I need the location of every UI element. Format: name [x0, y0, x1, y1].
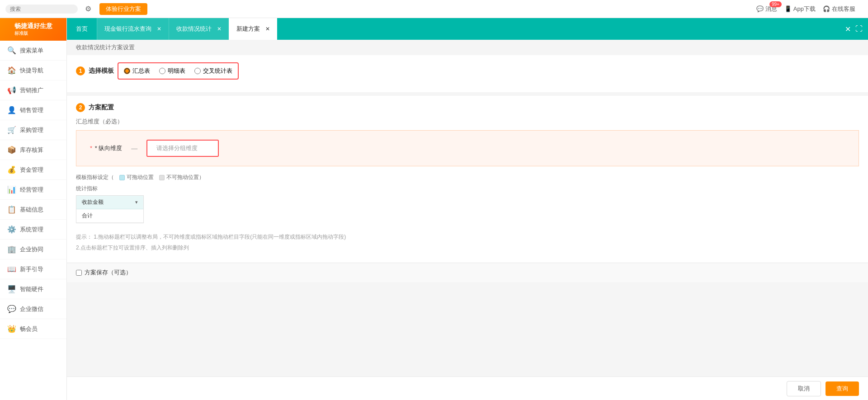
tab-close-icon[interactable]: ✕	[845, 25, 851, 33]
dimension-selector[interactable]: 请选择分组维度	[146, 140, 219, 157]
bottom-section: 方案保存（可选）	[67, 263, 868, 282]
search-menu-icon: 🔍	[7, 46, 16, 55]
sidebar-item-enterprise[interactable]: 🏢 企业协同	[0, 240, 66, 259]
gear-icon[interactable]: ⚙	[85, 5, 91, 13]
trial-button[interactable]: 体验行业方案	[99, 3, 147, 15]
inventory-icon: 📦	[7, 146, 16, 154]
tab-collection[interactable]: 收款情况统计 ✕	[169, 18, 229, 40]
tab-collection-close[interactable]: ✕	[217, 26, 222, 32]
tab-cashbank-close[interactable]: ✕	[157, 26, 161, 32]
download-button[interactable]: 📱 App下载	[784, 5, 816, 13]
tab-newplan[interactable]: 新建方案 ✕	[229, 18, 277, 40]
query-button[interactable]: 查询	[826, 381, 859, 396]
sidebar-item-hardware[interactable]: 🖥️ 智能硬件	[0, 279, 66, 299]
purchase-icon: 🛒	[7, 126, 16, 134]
metrics-header: 收款金额 ▾	[76, 196, 143, 209]
step2-title: 方案配置	[89, 104, 114, 112]
sidebar-item-member[interactable]: 👑 畅会员	[0, 319, 66, 339]
tab-maximize-icon[interactable]: ⛶	[855, 25, 863, 33]
step2-section: 2 方案配置 汇总维度（必选） * * 纵向维度 — 请选择分组维度	[67, 96, 868, 263]
template-radio-group: 汇总表 明细表 交叉统计表	[118, 62, 239, 80]
metrics-section: 模板指标设定（ 可拖动位置 不可拖动位置） 统计指标 收款	[76, 174, 859, 223]
tab-cashbank[interactable]: 现金银行流水查询 ✕	[97, 18, 169, 40]
footer-bar: 取消 查询	[67, 376, 868, 400]
sidebar-item-search[interactable]: 🔍 搜索菜单	[0, 41, 66, 61]
step1-label: 1 选择模板 汇总表 明细表 交叉统计表	[76, 62, 859, 80]
metrics-cell-total: 合计	[76, 209, 143, 223]
basic-icon: 📋	[7, 205, 16, 214]
finance-icon: 💰	[7, 165, 16, 174]
dimension-area: * * 纵向维度 — 请选择分组维度	[76, 130, 859, 166]
tab-bar-actions: ✕ ⛶	[845, 25, 868, 33]
sidebar-item-marketing[interactable]: 📢 营销推广	[0, 80, 66, 100]
member-icon: 👑	[7, 325, 16, 333]
sidebar-item-inventory[interactable]: 📦 库存核算	[0, 140, 66, 160]
sales-icon: 👤	[7, 106, 16, 114]
required-star: *	[90, 145, 92, 151]
download-icon: 📱	[784, 5, 792, 12]
radio-mingxi-input[interactable]	[159, 68, 165, 74]
step1-title: 选择模板	[89, 67, 114, 75]
dimension-section-title: 汇总维度（必选）	[76, 118, 859, 126]
message-button[interactable]: 💬 消息 99+	[756, 5, 777, 13]
top-bar: ⚙ 体验行业方案 💬 消息 99+ 📱 App下载 🎧 在线客服	[0, 0, 868, 18]
sidebar-item-guide[interactable]: 📖 新手引导	[0, 259, 66, 279]
logo-text: 畅捷通好生意	[14, 22, 52, 30]
tab-newplan-close[interactable]: ✕	[265, 26, 270, 32]
save-option[interactable]: 方案保存（可选）	[76, 268, 132, 277]
tab-home[interactable]: 首页	[67, 18, 97, 40]
sidebar: 畅捷通好生意 标准版 🔍 搜索菜单 🏠 快捷导航 📢 营销推广 👤 销售管理 🛒…	[0, 18, 67, 400]
sidebar-item-management[interactable]: 📊 经营管理	[0, 180, 66, 200]
service-button[interactable]: 🎧 在线客服	[823, 5, 855, 13]
sidebar-item-nav[interactable]: 🏠 快捷导航	[0, 61, 66, 80]
step1-section: 1 选择模板 汇总表 明细表 交叉统计表	[67, 55, 868, 92]
radio-mingxi[interactable]: 明细表	[159, 67, 185, 75]
sidebar-item-purchase[interactable]: 🛒 采购管理	[0, 120, 66, 140]
message-badge: 99+	[769, 1, 782, 7]
step1-num: 1	[76, 66, 85, 75]
wechat-icon: 💬	[7, 305, 16, 313]
step2-num: 2	[76, 103, 85, 112]
logo-sub: 标准版	[14, 30, 52, 37]
dim-arrow-icon: —	[131, 145, 137, 152]
sidebar-item-system[interactable]: ⚙️ 系统管理	[0, 220, 66, 240]
radio-huizong[interactable]: 汇总表	[124, 67, 150, 75]
marketing-icon: 📢	[7, 86, 16, 94]
fixed-dot	[159, 175, 165, 180]
top-bar-left: ⚙ 体验行业方案	[5, 3, 147, 15]
metrics-table: 收款金额 ▾ 合计	[76, 195, 144, 223]
page-title-bar: 收款情况统计方案设置	[67, 40, 868, 55]
main-layout: 畅捷通好生意 标准版 🔍 搜索菜单 🏠 快捷导航 📢 营销推广 👤 销售管理 🛒…	[0, 18, 868, 400]
sidebar-item-wechat[interactable]: 💬 企业微信	[0, 299, 66, 319]
sidebar-item-basic[interactable]: 📋 基础信息	[0, 200, 66, 220]
page-title: 收款情况统计方案设置	[76, 44, 135, 51]
content-area: 首页 现金银行流水查询 ✕ 收款情况统计 ✕ 新建方案 ✕ ✕ ⛶ 收款情况统计…	[67, 18, 868, 400]
save-checkbox-input[interactable]	[76, 270, 82, 276]
metrics-group-label: 统计指标	[76, 185, 859, 193]
tab-bar: 首页 现金银行流水查询 ✕ 收款情况统计 ✕ 新建方案 ✕ ✕ ⛶	[67, 18, 868, 40]
draggable-legend: 可拖动位置	[119, 174, 154, 181]
sidebar-item-finance[interactable]: 💰 资金管理	[0, 160, 66, 180]
hint2: 2.点击标题栏下拉可设置排序、插入列和删除列	[76, 243, 859, 253]
cancel-button[interactable]: 取消	[787, 381, 821, 396]
message-icon: 💬	[756, 5, 764, 12]
enterprise-icon: 🏢	[7, 245, 16, 254]
step2-label: 2 方案配置	[76, 103, 859, 112]
service-icon: 🎧	[823, 5, 830, 12]
hints-section: 提示： 1.拖动标题栏可以调整布局，不可跨维度或指标区域拖动栏目字段(只能在同一…	[76, 232, 859, 253]
sidebar-logo: 畅捷通好生意 标准版	[0, 18, 66, 41]
guide-icon: 📖	[7, 265, 16, 273]
page-content: 收款情况统计方案设置 1 选择模板 汇总表 明细表	[67, 40, 868, 376]
fixed-legend: 不可拖动位置）	[159, 174, 204, 181]
search-input[interactable]	[5, 5, 78, 14]
hardware-icon: 🖥️	[7, 285, 16, 293]
sidebar-item-sales[interactable]: 👤 销售管理	[0, 100, 66, 120]
hint1: 提示： 1.拖动标题栏可以调整布局，不可跨维度或指标区域拖动栏目字段(只能在同一…	[76, 232, 859, 242]
radio-huizong-input[interactable]	[124, 68, 130, 74]
radio-jiaocha-input[interactable]	[194, 68, 201, 74]
home-icon: 🏠	[7, 66, 16, 75]
radio-jiaocha[interactable]: 交叉统计表	[194, 67, 232, 75]
system-icon: ⚙️	[7, 225, 16, 234]
dim-row-label: * * 纵向维度	[90, 144, 122, 152]
metrics-dropdown-icon[interactable]: ▾	[135, 199, 138, 205]
